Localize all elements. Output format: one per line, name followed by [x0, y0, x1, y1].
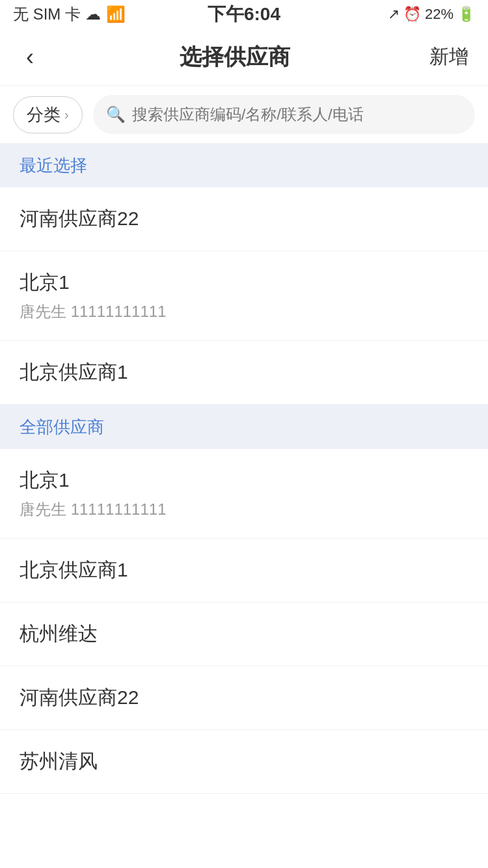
item-name: 北京1 — [20, 269, 468, 296]
status-time: 下午6:04 — [208, 2, 280, 27]
all-items-list: 北京1 唐先生 11111111111北京供应商1 杭州维达 河南供应商22 苏… — [0, 449, 488, 794]
item-name: 北京供应商1 — [20, 359, 468, 386]
list-item[interactable]: 北京供应商1 — [0, 341, 488, 405]
search-box[interactable]: 🔍 — [93, 95, 475, 134]
list-item[interactable]: 北京1 唐先生 11111111111 — [0, 251, 488, 341]
filter-bar: 分类 › 🔍 — [0, 86, 488, 143]
status-right: ↗ ⏰ 22% 🔋 — [388, 6, 475, 23]
search-input[interactable] — [132, 105, 462, 124]
list-item[interactable]: 北京供应商1 — [0, 539, 488, 603]
list-item[interactable]: 北京1 唐先生 11111111111 — [0, 449, 488, 539]
list-item[interactable]: 苏州清风 — [0, 730, 488, 794]
item-name: 北京供应商1 — [20, 557, 468, 584]
list-item[interactable]: 河南供应商22 — [0, 666, 488, 730]
search-icon: 🔍 — [106, 105, 126, 124]
category-label: 分类 — [27, 103, 61, 126]
item-sub: 唐先生 11111111111 — [20, 301, 468, 322]
battery-icon: 🔋 — [457, 6, 475, 23]
no-sim-label: 无 SIM 卡 ☁ — [13, 4, 101, 25]
recent-items-list: 河南供应商22 北京1 唐先生 11111111111北京供应商1 — [0, 187, 488, 405]
item-name: 河南供应商22 — [20, 206, 468, 232]
item-name: 河南供应商22 — [20, 685, 468, 711]
item-name: 北京1 — [20, 467, 468, 494]
list-item[interactable]: 杭州维达 — [0, 603, 488, 666]
page-title: 选择供应商 — [180, 42, 290, 72]
alarm-icon: ⏰ — [403, 6, 421, 23]
item-sub: 唐先生 11111111111 — [20, 499, 468, 520]
all-section-label: 全部供应商 — [20, 416, 104, 439]
item-name: 苏州清风 — [20, 748, 468, 775]
recent-section-header: 最近选择 — [0, 143, 488, 187]
status-bar: 无 SIM 卡 ☁ 📶 下午6:04 ↗ ⏰ 22% 🔋 — [0, 0, 488, 29]
chevron-right-icon: › — [64, 107, 69, 122]
item-name: 杭州维达 — [20, 621, 468, 647]
status-left: 无 SIM 卡 ☁ 📶 — [13, 4, 126, 25]
battery-label: 22% — [425, 6, 454, 23]
list-item[interactable]: 河南供应商22 — [0, 187, 488, 251]
recent-section-label: 最近选择 — [20, 154, 87, 177]
wifi-icon: 📶 — [106, 5, 126, 23]
back-button[interactable]: ‹ — [20, 37, 40, 77]
nav-bar: ‹ 选择供应商 新增 — [0, 29, 488, 86]
all-section-header: 全部供应商 — [0, 405, 488, 449]
add-button[interactable]: 新增 — [429, 44, 468, 70]
category-button[interactable]: 分类 › — [13, 96, 83, 133]
location-icon: ↗ — [388, 6, 400, 23]
